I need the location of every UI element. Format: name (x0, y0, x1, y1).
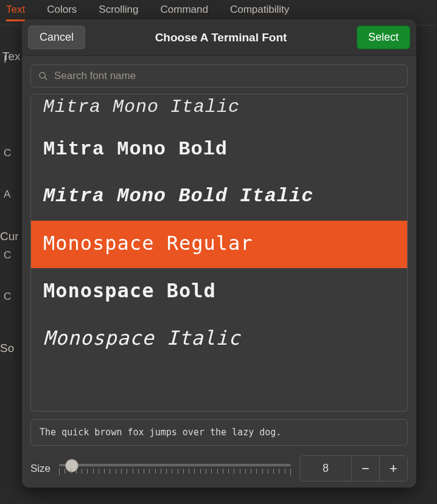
search-input[interactable] (54, 70, 400, 82)
size-label: Size (30, 463, 51, 475)
font-chooser-dialog: Cancel Choose A Terminal Font Select Mit… (22, 19, 416, 488)
font-row[interactable]: Monospace Regular (31, 221, 407, 268)
cancel-button[interactable]: Cancel (28, 26, 85, 49)
bg-tab-scrolling[interactable]: Scrolling (99, 4, 138, 21)
bg-tab-command[interactable]: Command (161, 4, 208, 21)
slider-ticks (59, 469, 291, 476)
bg-side-letters: I C A C C (0, 24, 24, 499)
svg-point-0 (40, 72, 45, 78)
font-row[interactable]: Mitra Mono Italic (31, 94, 407, 127)
dialog-titlebar: Cancel Choose A Terminal Font Select (22, 19, 416, 56)
bg-tab-compatibility[interactable]: Compatibility (230, 4, 289, 21)
size-decrease-button[interactable]: − (351, 456, 379, 481)
font-row[interactable]: Monospace Italic (31, 316, 407, 363)
select-button[interactable]: Select (357, 26, 410, 49)
slider-track (59, 464, 291, 466)
size-stepper: 8 − + (299, 455, 408, 482)
size-bar: Size 8 − + (30, 455, 408, 482)
font-row[interactable]: Mitra Mono Bold Italic (31, 174, 407, 221)
preview-text: The quick brown fox jumps over the lazy … (30, 419, 408, 446)
search-icon (38, 71, 48, 81)
font-list[interactable]: Mitra Mono ItalicMitra Mono BoldMitra Mo… (30, 94, 408, 412)
search-field[interactable] (30, 64, 408, 88)
size-value[interactable]: 8 (300, 456, 351, 481)
bg-tab-text[interactable]: Text (6, 4, 25, 21)
size-slider[interactable] (59, 460, 291, 478)
font-row[interactable]: Monospace Bold (31, 268, 407, 316)
font-row[interactable]: Mitra Mono Bold (31, 127, 407, 174)
size-increase-button[interactable]: + (379, 456, 407, 481)
bg-tab-colors[interactable]: Colors (47, 4, 77, 21)
svg-line-1 (44, 77, 47, 80)
dialog-title: Choose A Terminal Font (155, 31, 287, 44)
